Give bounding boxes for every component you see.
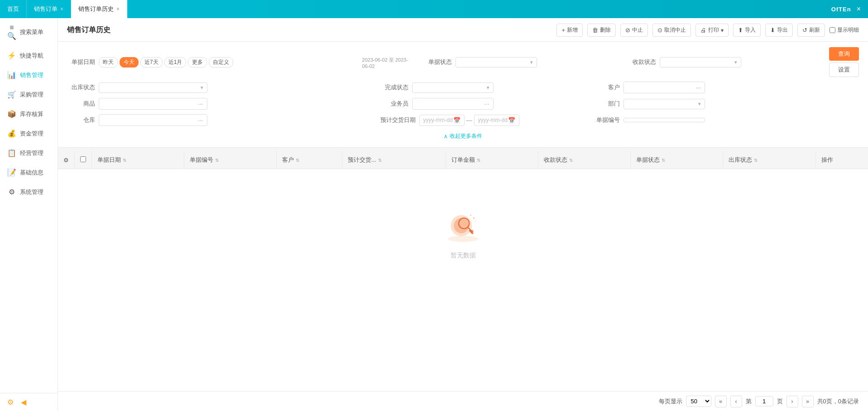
payment-status-sort-icon[interactable]: ⇅ [569, 158, 573, 163]
window-close-btn[interactable]: × [855, 5, 863, 13]
svg-point-7 [473, 218, 474, 219]
calendar-to-icon[interactable]: 📅 [508, 117, 515, 124]
page-title-row: 销售订单历史 + 新增 🗑 删除 ⊘ 中止 ⊙ [67, 24, 859, 37]
query-btn[interactable]: 查询 [829, 47, 859, 61]
tab-home[interactable]: 首页 [0, 0, 27, 18]
print-btn[interactable]: 🖨 打印 ▾ [695, 24, 729, 37]
sidebar-item-search-menu[interactable]: ≡🔍 搜索菜单 [0, 18, 58, 46]
date-btn-last1m[interactable]: 近1月 [164, 57, 187, 68]
out-status-select[interactable]: ▾ [99, 82, 207, 93]
date-btn-yesterday[interactable]: 昨天 [99, 57, 118, 68]
salesperson-input[interactable]: ··· [412, 98, 494, 110]
dept-select[interactable]: ▾ [623, 99, 705, 109]
filter-col-dept: 部门 ▾ [592, 99, 795, 109]
payment-status-select[interactable]: ▾ [660, 57, 741, 68]
page-input[interactable] [755, 396, 773, 406]
tab-sales-order[interactable]: 销售订单 × [27, 0, 71, 18]
next-page-btn[interactable]: › [786, 396, 798, 407]
sidebar-collapse-icon[interactable]: ◀ [21, 398, 26, 406]
collapse-more-btn[interactable]: ∧ 收起更多条件 [67, 131, 859, 142]
filter-col-order-no: 单据编号 [592, 116, 795, 124]
select-all-checkbox[interactable] [80, 156, 86, 162]
order-status-sort-icon[interactable]: ⇅ [662, 158, 665, 163]
delivery-date-to[interactable]: yyyy-mm-dd 📅 [474, 115, 519, 126]
order-no-sort-icon[interactable]: ⇅ [215, 158, 219, 163]
amount-sort-icon[interactable]: ⇅ [477, 158, 480, 163]
order-status-select[interactable]: ▾ [456, 57, 537, 68]
sidebar-item-sys-mgmt[interactable]: ⚙ 系统管理 [0, 182, 58, 202]
th-gear[interactable]: ⚙ [58, 151, 75, 169]
display-toggle-checkbox[interactable] [830, 27, 835, 33]
customer-input[interactable]: ··· [623, 82, 705, 93]
order-status-label: 单据状态 [424, 58, 456, 66]
last-page-btn[interactable]: » [802, 396, 814, 407]
customer-sort-icon[interactable]: ⇅ [296, 158, 299, 163]
import-btn[interactable]: ⬆ 导入 [733, 24, 761, 37]
th-customer: 客户 ⇅ [277, 151, 342, 169]
date-btn-last7[interactable]: 近7天 [140, 57, 163, 68]
goods-input[interactable]: ··· [99, 98, 207, 110]
svg-point-9 [470, 214, 471, 216]
complete-status-select[interactable]: ▾ [412, 82, 494, 93]
sidebar-bottom: ⚙ ◀ [0, 393, 58, 411]
add-btn[interactable]: + 新增 [556, 24, 583, 37]
filter-col-date: 单据日期 昨天 今天 近7天 近1月 更多 自定义 [67, 57, 360, 68]
date-sort-icon[interactable]: ⇅ [123, 158, 126, 163]
sidebar-item-ops-mgmt[interactable]: 📋 经营管理 [0, 143, 58, 163]
warehouse-input[interactable]: ··· [99, 114, 207, 126]
collapse-chevron-icon: ∧ [444, 133, 448, 140]
per-page-select[interactable]: 50 10 20 100 [686, 396, 711, 407]
prev-page-btn[interactable]: ‹ [730, 396, 742, 407]
customer-ellipsis: ··· [696, 84, 701, 91]
gear-icon[interactable]: ⚙ [63, 157, 69, 164]
sidebar-item-purchase-mgmt[interactable]: 🛒 采购管理 [0, 85, 58, 104]
out-status-label: 出库状态 [67, 83, 99, 92]
settings-btn[interactable]: 设置 [829, 63, 859, 77]
filter-row-3: 商品 ··· 业务员 ··· 部门 [67, 98, 859, 110]
tab-sales-order-history-close[interactable]: × [116, 6, 120, 12]
out-status-sort-icon[interactable]: ⇅ [754, 158, 758, 163]
order-no-label: 单据编号 [592, 116, 623, 124]
first-page-btn[interactable]: « [715, 396, 727, 407]
table-header-row: ⚙ 单据日期 ⇅ [58, 151, 868, 169]
delivery-date-label: 预计交货日期 [380, 116, 419, 124]
out-status-chevron: ▾ [201, 85, 203, 91]
goods-label: 商品 [67, 100, 99, 108]
tab-sales-order-close[interactable]: × [60, 6, 63, 12]
delivery-sort-icon[interactable]: ⇅ [378, 158, 382, 163]
export-btn[interactable]: ⬇ 导出 [765, 24, 793, 37]
filter-col-complete-status: 完成状态 ▾ [380, 82, 583, 93]
cancel-stop-btn[interactable]: ⊙ 取消中止 [652, 24, 691, 37]
sidebar-item-inventory-calc[interactable]: 📦 库存核算 [0, 104, 58, 124]
date-btn-more[interactable]: 更多 [188, 57, 207, 68]
delivery-date-range: yyyy-mm-dd 📅 — yyyy-mm-dd 📅 [419, 115, 519, 126]
stop-btn[interactable]: ⊘ 中止 [620, 24, 648, 37]
sidebar-item-quick-nav[interactable]: ⚡ 快捷导航 [0, 46, 58, 65]
filter-col-payment-status: 收款状态 ▾ [628, 57, 824, 68]
empty-state: 暂无数据 [58, 169, 868, 296]
order-no-input[interactable] [623, 118, 705, 122]
delivery-date-from[interactable]: yyyy-mm-dd 📅 [419, 115, 465, 126]
export-icon: ⬇ [770, 27, 775, 34]
sidebar-item-sales-mgmt[interactable]: 📊 销售管理 [0, 65, 58, 85]
empty-text: 暂无数据 [451, 251, 476, 260]
date-btn-today[interactable]: 今天 [120, 57, 139, 68]
date-btn-custom[interactable]: 自定义 [209, 57, 233, 68]
sidebar-settings-icon[interactable]: ⚙ [7, 398, 14, 406]
stop-icon: ⊘ [625, 27, 630, 34]
page-header: 销售订单历史 + 新增 🗑 删除 ⊘ 中止 ⊙ [58, 18, 868, 42]
warehouse-ellipsis: ··· [198, 116, 203, 124]
tab-sales-order-history[interactable]: 销售订单历史 × [71, 0, 127, 18]
th-amount: 订单金额 ⇅ [446, 151, 538, 169]
display-toggle[interactable]: 显示明细 [830, 26, 859, 34]
order-status-chevron: ▾ [530, 59, 533, 65]
sidebar-item-basic-info[interactable]: 📝 基础信息 [0, 163, 58, 182]
delete-btn[interactable]: 🗑 删除 [587, 24, 616, 37]
calendar-from-icon[interactable]: 📅 [453, 117, 460, 124]
th-checkbox[interactable] [75, 151, 92, 169]
customer-label: 客户 [592, 83, 623, 92]
complete-status-chevron: ▾ [487, 85, 489, 91]
sidebar-item-capital-mgmt[interactable]: 💰 资金管理 [0, 124, 58, 143]
refresh-btn[interactable]: ↺ 刷新 [797, 24, 825, 37]
th-date: 单据日期 ⇅ [92, 151, 184, 169]
